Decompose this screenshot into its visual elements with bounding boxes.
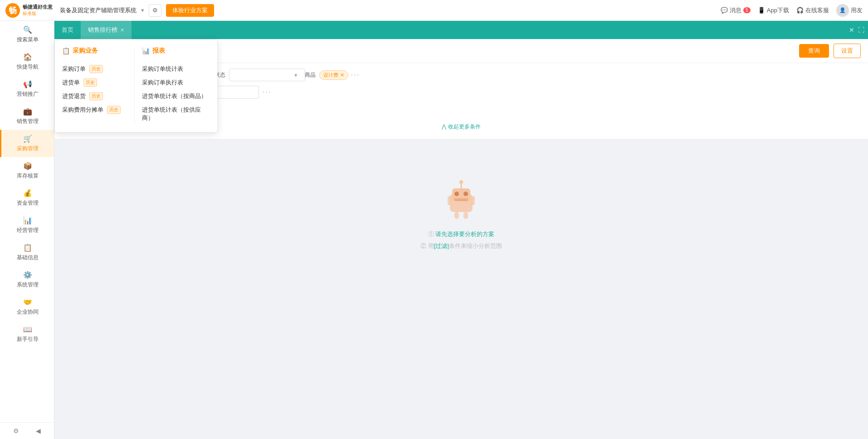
menu-item-return-label: 进货退货 — [62, 92, 86, 100]
menu-item-purchase-order-exec[interactable]: 采购订单执行表 — [142, 76, 210, 89]
svg-rect-7 — [454, 212, 459, 219]
app-download-label: App下载 — [767, 6, 789, 15]
sidebar-item-guide[interactable]: 📖 新手引导 — [0, 321, 54, 348]
empty-state: ① 请先选择要分析的方案 ② 用[过滤]条件来缩小分析范围 — [54, 139, 868, 288]
salesperson-more-button[interactable]: ··· — [263, 88, 271, 96]
menu-item-return[interactable]: 进货退货 历史 — [62, 89, 131, 103]
phone-icon: 📱 — [758, 7, 765, 14]
cart-icon: 🛒 — [23, 134, 32, 143]
sidebar-item-basic-info[interactable]: 📋 基础信息 — [0, 239, 54, 266]
toolbar-right: 查询 设置 — [799, 44, 861, 58]
app-edition: 标准版 — [23, 10, 53, 17]
menu-item-purchase-order-label: 采购订单 — [62, 65, 86, 73]
handshake-icon: 🤝 — [23, 298, 32, 306]
incoming-by-goods-label: 进货单统计表（按商品） — [142, 92, 207, 100]
sidebar-item-cooperation[interactable]: 🤝 企业协同 — [0, 293, 54, 321]
tab-sales-ranking[interactable]: 销售排行榜 ✕ — [81, 21, 132, 39]
menu-item-incoming-by-supplier[interactable]: 进货单统计表（按供应商） — [142, 103, 210, 125]
sidebar-item-management[interactable]: 📊 经营管理 — [0, 212, 54, 239]
settings-button[interactable]: ⚙ — [149, 4, 161, 17]
search-icon: 🔍 — [23, 25, 32, 34]
sidebar-item-purchase[interactable]: 🛒 采购管理 — [0, 130, 54, 157]
sidebar-label-purchase: 采购管理 — [17, 145, 39, 153]
goods-filter-label: 商品 — [305, 71, 316, 79]
megaphone-icon: 📢 — [23, 80, 32, 89]
purchase-menu-column: 📋 采购业务 采购订单 历史 进货单 历史 进货退货 历史 采购费用分摊单 历史 — [62, 47, 131, 125]
money-icon: 💰 — [23, 189, 32, 197]
purchase-menu-header: 📋 采购业务 — [62, 47, 131, 58]
system-name: 装备及固定资产辅助管理系统 — [60, 6, 137, 15]
bill-status-select[interactable] — [229, 69, 305, 81]
industry-button[interactable]: 体验行业方案 — [166, 4, 214, 17]
message-badge: 5 — [743, 7, 751, 13]
tab-bar: 首页 销售排行榜 ✕ ✕ ⛶ — [54, 21, 868, 39]
chart-icon: 📊 — [23, 216, 32, 225]
system-dropdown-icon[interactable]: ▾ — [141, 7, 144, 14]
online-service-label: 在线客服 — [805, 6, 829, 15]
header-right: 💬 消息 5 📱 App下载 🎧 在线客服 👤 用友 — [721, 4, 863, 17]
sidebar-label-cooperation: 企业协同 — [17, 308, 39, 316]
expense-badge: 历史 — [107, 106, 121, 114]
goods-more-button[interactable]: ··· — [351, 71, 360, 79]
tab-actions: ✕ ⛶ — [849, 26, 868, 34]
message-icon: 💬 — [721, 7, 728, 14]
report-menu-icon: 📊 — [142, 47, 150, 54]
online-service-button[interactable]: 🎧 在线客服 — [796, 6, 829, 15]
purchase-menu-title: 采购业务 — [73, 47, 98, 55]
sidebar-item-inventory[interactable]: 📦 库存核算 — [0, 157, 54, 184]
bill-status-dropdown-icon: ▾ — [294, 72, 297, 79]
menu-item-expense[interactable]: 采购费用分摊单 历史 — [62, 103, 131, 117]
settings-button-toolbar[interactable]: 设置 — [834, 44, 861, 58]
svg-point-10 — [459, 180, 463, 184]
purchase-dropdown-menu: 📋 采购业务 采购订单 历史 进货单 历史 进货退货 历史 采购费用分摊单 历史… — [54, 39, 218, 133]
menu-item-purchase-order[interactable]: 采购订单 历史 — [62, 62, 131, 76]
sidebar-item-marketing[interactable]: 📢 营销推广 — [0, 75, 54, 103]
purchase-order-exec-label: 采购订单执行表 — [142, 79, 183, 87]
header-center: 装备及固定资产辅助管理系统 ▾ ⚙ 体验行业方案 — [60, 4, 721, 17]
collapse-label: 收起更多条件 — [448, 123, 481, 130]
app-download-button[interactable]: 📱 App下载 — [758, 6, 789, 15]
sidebar-item-navigation[interactable]: 🏠 快捷导航 — [0, 48, 54, 75]
briefcase-icon: 💼 — [23, 107, 32, 116]
empty-hint-2: ② 用[过滤]条件来缩小分析范围 — [420, 240, 502, 252]
sidebar-label-finance: 资金管理 — [17, 199, 39, 207]
tab-home[interactable]: 首页 — [54, 21, 81, 39]
sidebar-item-system[interactable]: ⚙️ 系统管理 — [0, 266, 54, 293]
goods-chip-close[interactable]: ✕ — [340, 72, 344, 78]
menu-item-incoming-by-goods[interactable]: 进货单统计表（按商品） — [142, 89, 210, 103]
sidebar-label-guide: 新手引导 — [17, 335, 39, 343]
menu-item-incoming-label: 进货单 — [62, 79, 80, 87]
user-avatar: 👤 — [836, 4, 849, 17]
goods-chip-label: 设计费 — [323, 72, 338, 79]
sidebar-label-sales: 销售管理 — [17, 118, 39, 125]
menu-item-incoming[interactable]: 进货单 历史 — [62, 76, 131, 89]
book-icon: 📖 — [23, 325, 32, 334]
message-label: 消息 — [730, 6, 741, 15]
purchase-order-badge: 历史 — [89, 65, 103, 73]
sidebar-item-sales[interactable]: 💼 销售管理 — [0, 103, 54, 130]
sidebar-settings-button[interactable]: ⚙ — [13, 427, 19, 434]
user-menu-button[interactable]: 👤 用友 — [836, 4, 863, 17]
tab-close-button[interactable]: ✕ — [849, 26, 854, 34]
sidebar-label-inventory: 库存核算 — [17, 172, 39, 180]
sidebar-label-basic-info: 基础信息 — [17, 254, 39, 261]
query-button[interactable]: 查询 — [799, 44, 829, 58]
sidebar-item-search[interactable]: 🔍 搜索菜单 — [0, 21, 54, 48]
sidebar-collapse-button[interactable]: ◀ — [36, 427, 41, 434]
sidebar-label-search: 搜索菜单 — [17, 36, 39, 44]
svg-rect-4 — [454, 198, 468, 201]
menu-item-expense-label: 采购费用分摊单 — [62, 106, 103, 114]
filter-group-goods: 商品 设计费 ✕ ··· — [305, 70, 360, 80]
report-menu-header: 📊 报表 — [142, 47, 210, 58]
menu-item-purchase-order-stat[interactable]: 采购订单统计表 — [142, 62, 210, 76]
report-menu-column: 📊 报表 采购订单统计表 采购订单执行表 进货单统计表（按商品） 进货单统计表（… — [134, 47, 210, 125]
message-button[interactable]: 💬 消息 5 — [721, 6, 751, 15]
home-icon: 🏠 — [23, 53, 32, 61]
logo-icon: 畅 — [5, 3, 20, 18]
sidebar-item-finance[interactable]: 💰 资金管理 — [0, 184, 54, 212]
top-header: 畅 畅捷通好生意 标准版 装备及固定资产辅助管理系统 ▾ ⚙ 体验行业方案 💬 … — [0, 0, 868, 21]
tab-maximize-button[interactable]: ⛶ — [858, 26, 864, 34]
incoming-badge: 历史 — [83, 79, 97, 87]
sidebar-bottom: ⚙ ◀ — [0, 422, 54, 439]
tab-close-icon[interactable]: ✕ — [120, 27, 124, 33]
